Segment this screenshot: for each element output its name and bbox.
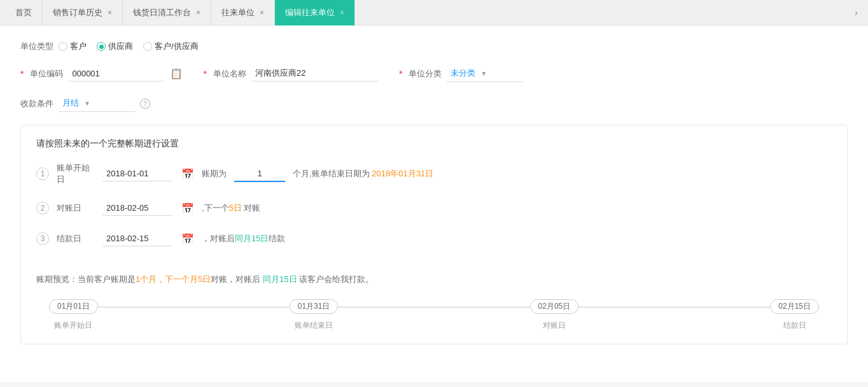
unit-type-field: 单位类型 客户 供应商 客户/供应商 — [20, 41, 199, 52]
settings-panel: 请按照未来的一个完整帐期进行设置 1 账单开始日 📅 账期为 个月,账单结束日期… — [20, 125, 848, 344]
unit-info-row: * 单位编码 📋 * 单位名称 * 单位分类 未分类 ▼ — [20, 65, 848, 82]
reconciliation-desc: ,下一个5日 对账 — [202, 202, 260, 214]
row-label-2: 对账日 — [57, 202, 95, 214]
unit-name-field: * 单位名称 — [203, 66, 378, 81]
timeline-node-2: 01月31日 账单结束日 — [290, 299, 339, 331]
payment-term-field: 收款条件 月结 ▼ ? — [20, 95, 150, 112]
settlement-row: 3 结款日 📅 ，对账后同月15日结款 — [36, 231, 832, 246]
radio-supplier-circle — [97, 42, 106, 51]
unit-code-icon[interactable]: 📋 — [170, 67, 183, 80]
tab-partner-unit[interactable]: 往来单位 × — [211, 0, 275, 25]
preview-months: 1个月， — [136, 274, 165, 284]
radio-both-circle — [143, 42, 152, 51]
tab-home[interactable]: 首页 — [5, 0, 43, 25]
node-label-1: 账单开始日 — [54, 320, 92, 331]
preview-text: 账期预览：当前客户账期是1个月，下一个月5日对账，对账后 同月15日 该客户会给… — [36, 272, 832, 286]
unit-category-dropdown[interactable]: 未分类 ▼ — [447, 65, 523, 82]
timeline-node-3: 02月05日 对账日 — [530, 299, 579, 331]
close-sales-history[interactable]: × — [108, 8, 112, 17]
period-unit: 个月,账单结束日期为 2018年01月31日 — [293, 168, 433, 179]
payment-term-help[interactable]: ? — [140, 99, 150, 109]
unit-category-arrow: ▼ — [480, 70, 487, 77]
tab-sales-history[interactable]: 销售订单历史 × — [43, 0, 123, 25]
close-edit-partner-unit[interactable]: × — [340, 8, 344, 17]
node-badge-1: 01月01日 — [49, 299, 98, 314]
unit-code-label: 单位编码 — [30, 68, 63, 80]
reconciliation-highlight: 5日 — [229, 203, 242, 213]
row-label-3: 结款日 — [57, 233, 95, 244]
preview-payment-date: 同月15日 — [263, 274, 297, 284]
radio-customer[interactable]: 客户 — [59, 41, 87, 52]
node-label-4: 结款日 — [783, 320, 806, 331]
preview-reconcile-date: 下一个月5日 — [165, 274, 211, 284]
payment-term-label: 收款条件 — [20, 98, 53, 109]
unit-code-field: * 单位编码 📋 — [20, 66, 183, 81]
period-value-input[interactable] — [234, 166, 285, 182]
preview-section: 账期预览：当前客户账期是1个月，下一个月5日对账，对账后 同月15日 该客户会给… — [36, 262, 832, 331]
payment-term-value: 月结 — [62, 97, 79, 109]
payment-term-row: 收款条件 月结 ▼ ? — [20, 95, 848, 112]
unit-name-required: * — [203, 69, 206, 79]
unit-type-radio-group: 客户 供应商 客户/供应商 — [59, 41, 199, 52]
account-start-row: 1 账单开始日 📅 账期为 个月,账单结束日期为 2018年01月31日 — [36, 162, 832, 185]
content-area: 单位类型 客户 供应商 客户/供应商 * 单位编码 — [0, 25, 868, 382]
period-end-date: 2018年01月31日 — [372, 169, 433, 178]
unit-category-label: 单位分类 — [409, 68, 442, 80]
node-badge-4: 02月15日 — [770, 299, 819, 314]
unit-category-value: 未分类 — [451, 67, 475, 79]
tab-edit-partner-unit[interactable]: 编辑往来单位 × — [275, 0, 355, 25]
unit-code-input[interactable] — [68, 66, 164, 81]
close-partner-unit[interactable]: × — [260, 8, 264, 17]
timeline: 01月01日 账单开始日 01月31日 账单结束日 02月05日 对账日 02月… — [49, 299, 819, 331]
unit-type-label: 单位类型 — [20, 41, 53, 52]
node-badge-3: 02月05日 — [530, 299, 579, 314]
close-cash-reconcile[interactable]: × — [196, 8, 200, 17]
node-label-3: 对账日 — [543, 320, 566, 331]
tab-cash-reconcile[interactable]: 钱货日清工作台 × — [123, 0, 211, 25]
timeline-nodes: 01月01日 账单开始日 01月31日 账单结束日 02月05日 对账日 02月… — [49, 299, 819, 331]
reconciliation-date[interactable] — [102, 201, 172, 216]
row-label-1: 账单开始日 — [57, 162, 95, 185]
account-start-date[interactable] — [102, 166, 172, 181]
unit-category-field: * 单位分类 未分类 ▼ — [399, 65, 523, 82]
unit-name-input[interactable] — [251, 66, 379, 81]
settlement-highlight: 同月15日 — [235, 234, 269, 243]
account-start-calendar[interactable]: 📅 — [181, 168, 194, 180]
row-num-2: 2 — [36, 202, 49, 215]
node-label-2: 账单结束日 — [295, 320, 333, 331]
settlement-desc: ，对账后同月15日结款 — [202, 233, 285, 244]
radio-supplier[interactable]: 供应商 — [97, 41, 133, 52]
unit-category-required: * — [399, 69, 402, 79]
timeline-node-4: 02月15日 结款日 — [770, 299, 819, 331]
settlement-calendar[interactable]: 📅 — [181, 233, 194, 245]
row-num-3: 3 — [36, 232, 49, 245]
row-num-1: 1 — [36, 167, 49, 180]
reconciliation-row: 2 对账日 📅 ,下一个5日 对账 — [36, 201, 832, 216]
payment-term-dropdown[interactable]: 月结 ▼ — [59, 95, 135, 112]
panel-title: 请按照未来的一个完整帐期进行设置 — [36, 138, 832, 150]
tab-more-button[interactable]: › — [850, 7, 863, 18]
radio-both[interactable]: 客户/供应商 — [143, 41, 199, 52]
settlement-date[interactable] — [102, 231, 172, 246]
tab-bar: 首页 销售订单历史 × 钱货日清工作台 × 往来单位 × 编辑往来单位 × › — [0, 0, 868, 25]
node-badge-2: 01月31日 — [290, 299, 339, 314]
reconciliation-calendar[interactable]: 📅 — [181, 202, 194, 215]
timeline-node-1: 01月01日 账单开始日 — [49, 299, 98, 331]
unit-name-label: 单位名称 — [213, 68, 246, 80]
radio-customer-circle — [59, 42, 67, 51]
period-label: 账期为 — [202, 168, 227, 179]
unit-code-required: * — [20, 69, 24, 79]
unit-type-row: 单位类型 客户 供应商 客户/供应商 — [20, 41, 848, 52]
payment-term-arrow: ▼ — [84, 100, 90, 107]
